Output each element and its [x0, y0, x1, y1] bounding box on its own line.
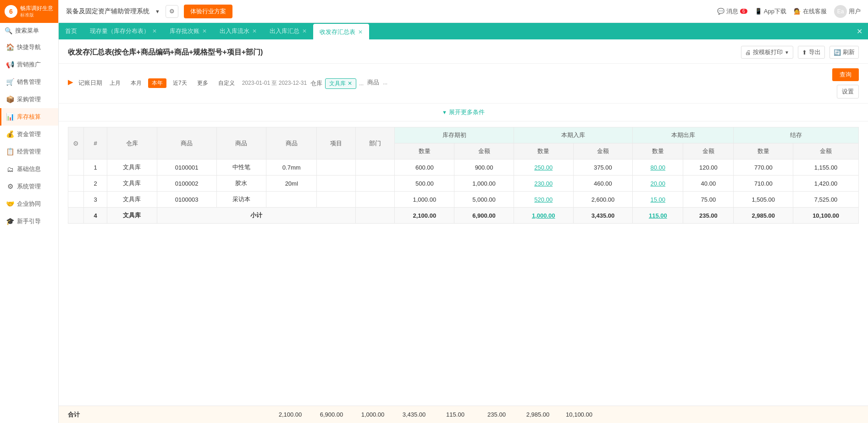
cell-settings-1 — [68, 176, 84, 192]
tab-recv-send-summary[interactable]: 收发存汇总表✕ — [313, 24, 369, 39]
sidebar-item-guide[interactable]: 🎓新手引导 — [0, 213, 58, 230]
cell-name-0: 中性笔 — [216, 159, 266, 176]
sidebar-item-sales[interactable]: 🛒销售管理 — [0, 73, 58, 91]
print-button[interactable]: 🖨 按模板打印 ▼ — [741, 46, 793, 59]
col-in-header: 本期入库 — [514, 127, 632, 143]
sidebar-item-label: 采购管理 — [17, 95, 41, 104]
product-filter-label: 商品 — [367, 78, 379, 87]
cell-close-amt-2: 7,525.00 — [793, 192, 859, 208]
cell-close-qty-1: 710.00 — [734, 176, 793, 192]
product-filter-section: 商品 ... — [367, 78, 387, 87]
date-tag-7days[interactable]: 近7天 — [169, 78, 191, 88]
expand-row-button[interactable]: ▶ — [68, 78, 73, 86]
col-opening-header: 库存期初 — [395, 127, 514, 143]
tab-label: 现存量（库存分布表） — [90, 27, 149, 35]
tab-inout-flow[interactable]: 出入库流水✕ — [213, 23, 263, 39]
col-product-spec-header: 商品 — [266, 127, 317, 159]
cell-in-qty-1[interactable]: 230.00 — [514, 176, 573, 192]
tab-close-recv-send-summary[interactable]: ✕ — [358, 29, 363, 35]
col-closing-amt-header: 金额 — [793, 143, 859, 159]
system-title: 装备及固定资产辅助管理系统 — [66, 7, 149, 16]
tab-close-inventory-dist[interactable]: ✕ — [152, 28, 157, 34]
sidebar-item-marketing[interactable]: 📢营销推广 — [0, 56, 58, 73]
user-action[interactable]: Ea 用户 — [834, 5, 861, 18]
total-open-amt: 6,900.00 — [311, 411, 352, 418]
date-tag-this-year[interactable]: 本年 — [148, 78, 166, 88]
trial-button[interactable]: 体验行业方案 — [184, 5, 232, 18]
avatar: Ea — [834, 5, 847, 18]
cell-out-qty-2[interactable]: 15.00 — [633, 192, 683, 208]
col-settings-icon[interactable]: ⚙ — [73, 140, 79, 147]
tab-inout-summary[interactable]: 出入库汇总✕ — [263, 23, 313, 39]
sidebar-item-finance[interactable]: 💰资金管理 — [0, 126, 58, 143]
col-in-qty-header: 数量 — [514, 143, 573, 159]
date-tag-this-month[interactable]: 本月 — [127, 78, 145, 88]
cell-in-qty-2[interactable]: 520.00 — [514, 192, 573, 208]
cell-close-qty-0: 770.00 — [734, 159, 793, 176]
notification-action[interactable]: 💬 消息 6 — [717, 7, 747, 16]
sidebar-item-inventory[interactable]: 📊库存核算 — [0, 108, 58, 126]
sidebar-item-base-info[interactable]: 🗂基础信息 — [0, 160, 58, 178]
warehouse-more-btn[interactable]: ... — [359, 80, 364, 87]
tab-inventory-dist[interactable]: 现存量（库存分布表）✕ — [83, 23, 163, 39]
cell-warehouse-1: 文具库 — [107, 176, 157, 192]
cell-project-0 — [317, 159, 356, 176]
col-opening-amt-header: 金额 — [454, 143, 514, 159]
sidebar-header[interactable]: 6 畅库调好生意 标准版 — [0, 0, 58, 23]
date-filter-tags: 上月 本月 本年 近7天 更多 自定义 — [106, 78, 238, 88]
sidebar-item-operations[interactable]: 📋经营管理 — [0, 143, 58, 160]
warehouse-tag[interactable]: 文具库 ✕ — [325, 78, 356, 89]
subtotal-in-qty[interactable]: 1,000.00 — [514, 208, 573, 224]
export-button[interactable]: ⬆ 导出 — [798, 46, 825, 59]
page-header: 收发存汇总表(按仓库+商品编码+商品+规格型号+项目+部门) 🖨 按模板打印 ▼… — [59, 39, 868, 64]
total-close-qty: 2,985.00 — [517, 411, 558, 418]
set-button[interactable]: 设置 — [837, 85, 859, 99]
tab-label: 出入库流水 — [220, 27, 249, 35]
cell-in-qty-0[interactable]: 250.00 — [514, 159, 573, 176]
col-settings-header[interactable]: ⚙ — [68, 127, 84, 159]
date-filter-section: 记账日期 上月 本月 本年 近7天 更多 自定义 2023-01-01 至 20… — [78, 78, 307, 88]
col-dept-header: 部门 — [356, 127, 395, 159]
table-row: 3 文具库 0100003 采访本 1,000.00 5,000.00 520.… — [68, 192, 859, 208]
subtotal-out-qty[interactable]: 115.00 — [633, 208, 683, 224]
close-all-tabs[interactable]: ✕ — [851, 27, 868, 36]
tab-label: 收发存汇总表 — [320, 28, 355, 36]
cell-spec-1: 20ml — [266, 176, 317, 192]
cell-name-1: 胶水 — [216, 176, 266, 192]
top-bar-right: 💬 消息 6 📱 App下载 💁 在线客服 Ea 用户 — [717, 5, 861, 18]
app-download-action[interactable]: 📱 App下载 — [755, 7, 786, 16]
tab-close-inout-summary[interactable]: ✕ — [302, 28, 307, 34]
tab-home[interactable]: 首页 — [59, 23, 83, 39]
date-tag-last-month[interactable]: 上月 — [106, 78, 124, 88]
cell-close-amt-1: 1,420.00 — [793, 176, 859, 192]
settings-button[interactable]: ⚙ — [166, 5, 178, 18]
cell-in-amt-0: 375.00 — [573, 159, 633, 176]
date-tag-more[interactable]: 更多 — [194, 78, 212, 88]
expand-conditions-btn[interactable]: ▼ 展开更多条件 — [438, 106, 488, 118]
top-bar-left: 装备及固定资产辅助管理系统 ▼ ⚙ 体验行业方案 — [66, 5, 232, 18]
sidebar-item-purchase[interactable]: 📦采购管理 — [0, 91, 58, 108]
system-icon: ⚙ — [6, 182, 14, 191]
sidebar-item-system[interactable]: ⚙系统管理 — [0, 178, 58, 195]
cell-out-qty-0[interactable]: 80.00 — [633, 159, 683, 176]
cell-name-2: 采访本 — [216, 192, 266, 208]
product-more-btn[interactable]: ... — [383, 79, 387, 86]
sidebar-item-enterprise[interactable]: 🤝企业协同 — [0, 195, 58, 213]
search-menu[interactable]: 🔍 搜索菜单 — [0, 23, 58, 38]
tab-batch[interactable]: 库存批次账✕ — [163, 23, 213, 39]
subtotal-in-amt: 3,435.00 — [573, 208, 633, 224]
sidebar-item-quick-nav[interactable]: 🏠快捷导航 — [0, 38, 58, 56]
col-project-header: 项目 — [317, 127, 356, 159]
system-selector[interactable]: ▼ — [155, 9, 160, 14]
query-button[interactable]: 查询 — [832, 68, 859, 81]
online-service-action[interactable]: 💁 在线客服 — [794, 7, 827, 16]
tab-close-batch[interactable]: ✕ — [202, 28, 207, 34]
tab-close-inout-flow[interactable]: ✕ — [252, 28, 257, 34]
cell-out-qty-1[interactable]: 20.00 — [633, 176, 683, 192]
remove-warehouse-tag[interactable]: ✕ — [348, 80, 352, 87]
total-out-amt: 235.00 — [476, 411, 517, 418]
tab-label: 首页 — [65, 27, 77, 35]
date-tag-custom[interactable]: 自定义 — [215, 78, 238, 88]
refresh-button[interactable]: 🔄 刷新 — [829, 46, 859, 59]
cell-code-1: 0100002 — [157, 176, 216, 192]
